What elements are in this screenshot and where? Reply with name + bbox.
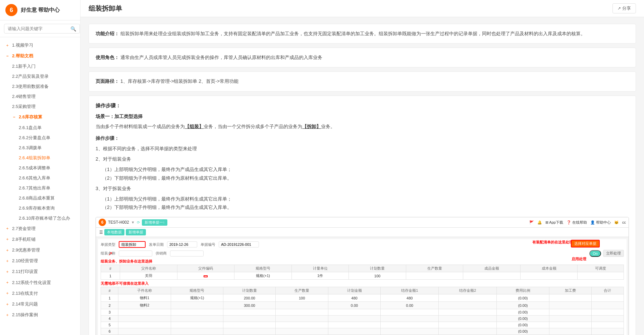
- sidebar-item-recalc[interactable]: 2.6.8商品成本重算: [0, 193, 80, 203]
- app-bell-icon: 🔔: [537, 220, 542, 225]
- assembly-link: 【组装】: [185, 124, 204, 129]
- share-button[interactable]: ↗ 分享: [612, 3, 636, 13]
- form-order-input[interactable]: [219, 241, 259, 247]
- plus-icon-ops: ＋: [5, 258, 10, 264]
- func-intro-text: 组装拆卸单用来处理企业组装或拆卸等加工业务，支持有固定装配清单的产品加工业务，也…: [120, 31, 585, 36]
- confirm-btn-area: 选择对应单据: [571, 240, 600, 247]
- sidebar-item-outbound[interactable]: 2.6.7其他出库单: [0, 183, 80, 193]
- role-label: 使用角色：: [96, 55, 119, 60]
- sidebar-item-ops[interactable]: ＋ 2.10经营管理: [0, 256, 80, 266]
- sidebar-item-finance[interactable]: ＋ 2.7资金管理: [0, 223, 80, 234]
- sub-table-body: 1 物料1 规格(+1) 200.00 100 480 480 (0.00): [101, 294, 624, 335]
- th-parent-name: 父件名称: [120, 265, 177, 272]
- th-spec: 规格型号: [234, 265, 292, 272]
- scenario1-desc: 当由多个子件材料组装成一个成品的业务为【组装】业务，当由一个父件拆分成多个子产品…: [96, 122, 629, 131]
- plus-icon: ＋: [5, 43, 10, 48]
- sub-th-bal1: 结存金额1: [381, 287, 439, 294]
- nav-label-finance: 2.7资金管理: [12, 226, 36, 232]
- form-assembly-input[interactable]: [119, 250, 152, 257]
- sub-table-wrapper: # 子件名称 规格型号 计划数量 生产数量 计划金额 结存金额1 结存金额2 费: [101, 287, 624, 335]
- form-supplier-input[interactable]: [170, 250, 204, 257]
- sub-table-row: 1 物料1 规格(+1) 200.00 100 480 480 (0.00): [101, 294, 624, 302]
- sidebar-item-assembly[interactable]: 2.6.4组装拆卸单: [0, 153, 80, 163]
- screenshot-container: 6 TEST-H002 ▼ ⟳ 新增单据一↑ 🚩 🔔 ⊞ App下载 ❓ 在线帮…: [96, 217, 629, 335]
- step2-sub2: （2）下部明细为子件明细，最终作为原材料生成其它出库单。: [102, 174, 629, 182]
- form-date-input[interactable]: [167, 241, 197, 247]
- td-num: 1: [101, 272, 120, 280]
- form-type-input[interactable]: [119, 241, 146, 248]
- nav-label-mobile: 2.8手机旺铺: [12, 236, 36, 242]
- sub-table-row: 2 物料2 300.00 0.00 0.00 (0.00): [101, 302, 624, 309]
- steps-section: 操作步骤： 场景一：加工类型选择 当由多个子件材料组装成一个成品的业务为【组装】…: [89, 96, 636, 335]
- sidebar-item-cost[interactable]: 2.6.5成本调整单: [0, 163, 80, 173]
- nav-label-personalize: 2.12系统个性化设置: [12, 280, 51, 286]
- td-parent-code: [177, 272, 234, 280]
- sub-th-spec: 规格型号: [171, 287, 223, 294]
- app-apps-icon: ⊞ App下载: [545, 220, 563, 225]
- app-tab-local[interactable]: 本地数据: [104, 229, 124, 235]
- sidebar-item-inbound[interactable]: 2.6.6其他入库单: [0, 173, 80, 183]
- func-intro-card: 功能介绍： 组装拆卸单用来处理企业组装或拆卸等加工业务，支持有固定装配清单的产品…: [89, 24, 636, 44]
- th-prod-amt: 成品金额: [463, 265, 521, 272]
- sidebar-item-new-user[interactable]: 2.1新手入门: [0, 61, 80, 71]
- app-flag-icon: 🚩: [529, 220, 534, 225]
- app-execute-btn[interactable]: 立即处理: [603, 250, 624, 257]
- sidebar-item-adjust[interactable]: 2.6.3调拨单: [0, 143, 80, 153]
- app-refresh-icon: ⟳: [137, 220, 140, 225]
- app-nav-icon: ☰: [99, 229, 103, 235]
- share-label: 分享: [622, 5, 631, 11]
- sidebar-item-docs[interactable]: － 2.帮助文档: [0, 51, 80, 61]
- app-form-wrapper: 有装配清单的在这里处理 选择对应单据 单据类型 发单日期 单据编号: [98, 239, 627, 335]
- sidebar-item-personalize[interactable]: ＋ 2.12系统个性化设置: [0, 277, 80, 288]
- th-plan-qty: 计划数量: [349, 265, 406, 272]
- sub-th-plan-qty: 计划数量: [223, 287, 276, 294]
- sidebar-item-video[interactable]: ＋ 1.视频学习: [0, 40, 80, 51]
- sidebar-item-inventory[interactable]: － 2.6库存核算: [0, 112, 80, 122]
- scenario1-title: 场景一：加工类型选择: [96, 114, 629, 120]
- sidebar-item-partial[interactable]: 2.6.2分量盘点单: [0, 133, 80, 143]
- sidebar-item-data-prep[interactable]: 2.3使用前数据准备: [0, 81, 80, 92]
- role-card: 使用角色： 通常由生产人员或库管人员完成拆装业务的操作，库管人员确认原材料的出库…: [89, 48, 636, 67]
- app-tab-new[interactable]: 新增单据: [126, 229, 146, 235]
- app-topbar: 6 TEST-H002 ▼ ⟳ 新增单据一↑ 🚩 🔔 ⊞ App下载 ❓ 在线帮…: [96, 217, 629, 228]
- annotation2: 组装业务、拆卸业务在这里选择: [101, 259, 624, 264]
- app-confirm-btn[interactable]: 选择对应单据: [571, 240, 600, 247]
- sidebar-item-mobile[interactable]: ＋ 2.8手机旺铺: [0, 234, 80, 245]
- sidebar-item-install[interactable]: 2.2产品安装及登录: [0, 71, 80, 81]
- sidebar-item-error[interactable]: 2.6.10库存账本错了怎么办: [0, 213, 80, 223]
- main-table-body: 1 关羽 规格(+1) 1件 100: [101, 272, 624, 280]
- nav-label-docs: 2.帮助文档: [12, 53, 33, 59]
- annotation1: 有装配清单的在这里处理: [532, 240, 573, 245]
- ops-steps-label: 操作步骤：: [96, 134, 629, 143]
- plus-icon-cases: ＋: [5, 312, 10, 318]
- sidebar-item-print[interactable]: ＋ 2.11打印设置: [0, 266, 80, 277]
- sidebar-item-payment[interactable]: ＋ 2.13在线支付: [0, 288, 80, 299]
- sub-table-header: # 子件名称 规格型号 计划数量 生产数量 计划金额 结存金额1 结存金额2 费: [101, 287, 624, 294]
- step2-sub1: （1）上部明细为父件明细，最终作为产成品生成其它入库单；: [102, 165, 629, 174]
- sub-th-num: #: [101, 287, 118, 294]
- search-input[interactable]: [4, 24, 80, 34]
- sidebar-item-sales[interactable]: 2.4销售管理: [0, 92, 80, 102]
- sidebar-item-purchase[interactable]: 2.5采购管理: [0, 102, 80, 112]
- search-icon[interactable]: 🔍: [70, 26, 76, 32]
- sidebar-item-cases[interactable]: ＋ 2.15操作案例: [0, 310, 80, 320]
- nav-tree: ＋ 1.视频学习 － 2.帮助文档 2.1新手入门 2.2产品安装及登录 2.3…: [0, 37, 80, 335]
- sidebar-item-stocktake[interactable]: 2.6.1盘点单: [0, 123, 80, 133]
- main-table-wrapper: # 父件名称 父件编码 规格型号 计量单位 计划数量 生产数量 成品金额 成本金: [101, 265, 624, 280]
- sidebar-item-query[interactable]: 2.6.9库存账本查询: [0, 203, 80, 213]
- td-plan-qty: 100: [349, 272, 406, 280]
- sub-th-ratio: 费用比例: [497, 287, 549, 294]
- app-right-tools: 🚩 🔔 ⊞ App下载 ❓ 在线帮助 👤 帮助中心 🐱 cc: [529, 220, 626, 225]
- ops-title: 操作步骤：: [96, 103, 629, 109]
- toggle-on-btn[interactable]: On: [589, 250, 601, 257]
- main-table: # 父件名称 父件编码 规格型号 计量单位 计划数量 生产数量 成品金额 成本金: [101, 265, 624, 280]
- sub-table: # 子件名称 规格型号 计划数量 生产数量 计划金额 结存金额1 结存金额2 费: [101, 287, 624, 335]
- sidebar-item-coupon[interactable]: ＋ 2.9优惠券管理: [0, 245, 80, 256]
- sidebar-item-faq[interactable]: ＋ 2.14常见问题: [0, 299, 80, 310]
- sidebar-header: 6 好生意 帮助中心: [0, 0, 80, 20]
- table-row: 1 关羽 规格(+1) 1件 100: [101, 272, 624, 280]
- main-area: 组装拆卸单 ↗ 分享 功能介绍： 组装拆卸单用来处理企业组装或拆卸等加工业务，支…: [80, 0, 644, 335]
- app-new-order-btn[interactable]: 新增单据一↑: [142, 219, 168, 226]
- nav-label-payment: 2.13在线支付: [12, 290, 38, 296]
- toggle-area: On 立即处理: [589, 250, 624, 257]
